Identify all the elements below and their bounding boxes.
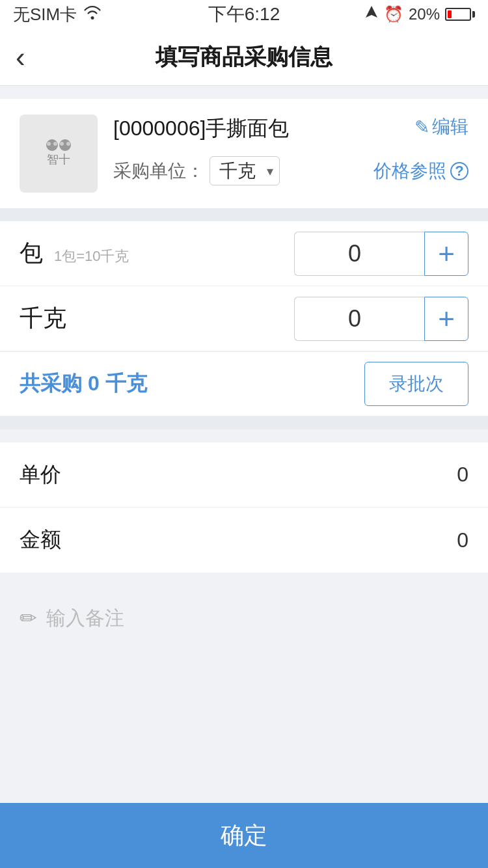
quantity-input-1[interactable] [294, 297, 424, 341]
battery-percentage: 20% [409, 5, 440, 23]
svg-point-3 [53, 142, 57, 146]
unit-select-wrapper[interactable]: 千克 包 箱 ▾ [210, 156, 280, 185]
svg-point-5 [66, 142, 70, 146]
price-value: 0 [457, 463, 468, 487]
price-ref-button[interactable]: 价格参照 ? [373, 159, 468, 183]
svg-point-2 [47, 142, 51, 146]
remarks-section[interactable]: ✏ 输入备注 [0, 586, 488, 651]
carrier-label: 无SIM卡 [13, 3, 77, 26]
amount-label: 金额 [20, 526, 61, 554]
svg-point-4 [60, 142, 64, 146]
summary-text: 共采购 0 千克 [20, 370, 147, 398]
back-button[interactable]: ‹ [16, 43, 25, 72]
location-icon [364, 5, 379, 24]
price-label: 单价 [20, 461, 61, 489]
confirm-button[interactable]: 确定 [0, 803, 488, 868]
amount-value: 0 [457, 528, 468, 552]
price-ref-help-icon: ? [450, 162, 468, 180]
quantity-plus-button-0[interactable]: + [424, 232, 468, 276]
price-row: 单价 0 [0, 442, 488, 508]
quantity-input-0[interactable] [294, 232, 424, 276]
status-left: 无SIM卡 [13, 3, 103, 26]
edit-button[interactable]: ✎ 编辑 [414, 115, 468, 139]
quantity-row-1: 千克 + [0, 286, 488, 351]
product-thumbnail: 智十 [20, 115, 98, 193]
section-divider-1 [0, 208, 488, 221]
confirm-label: 确定 [221, 820, 267, 852]
quantity-section: 包 1包=10千克 + 千克 + [0, 221, 488, 351]
wifi-icon [82, 5, 103, 25]
unit-label: 采购单位： [113, 159, 204, 183]
quantity-row-0: 包 1包=10千克 + [0, 221, 488, 286]
product-card: 智十 [0000006]手撕面包 ✎ 编辑 采购单位： 千克 包 箱 [0, 99, 488, 208]
quantity-input-area-1: + [98, 297, 468, 341]
product-info: [0000006]手撕面包 ✎ 编辑 采购单位： 千克 包 箱 ▾ [113, 115, 468, 185]
status-time: 下午6:12 [208, 2, 280, 27]
svg-text:智十: 智十 [47, 153, 70, 166]
edit-icon: ✎ [414, 116, 429, 138]
product-name: [0000006]手撕面包 [113, 115, 414, 143]
quantity-label-0: 包 1包=10千克 [20, 237, 129, 269]
pencil-icon: ✏ [20, 606, 37, 631]
batch-button[interactable]: 录批次 [364, 362, 468, 406]
summary-row: 共采购 0 千克 录批次 [0, 351, 488, 416]
quantity-label-1: 千克 [20, 303, 98, 334]
alarm-icon: ⏰ [384, 5, 403, 23]
quantity-plus-button-1[interactable]: + [424, 297, 468, 341]
unit-select[interactable]: 千克 包 箱 [210, 156, 280, 185]
status-bar: 无SIM卡 下午6:12 ⏰ 20% [0, 0, 488, 29]
remarks-placeholder: 输入备注 [46, 605, 124, 632]
page-title: 填写商品采购信息 [156, 42, 332, 72]
battery-icon [445, 8, 475, 21]
amount-row: 金额 0 [0, 508, 488, 573]
section-divider-2 [0, 416, 488, 429]
product-logo: 智十 [36, 131, 81, 177]
status-right: ⏰ 20% [364, 5, 475, 24]
quantity-input-area-0: + [129, 232, 468, 276]
nav-bar: ‹ 填写商品采购信息 [0, 29, 488, 86]
price-section: 单价 0 金额 0 [0, 442, 488, 573]
